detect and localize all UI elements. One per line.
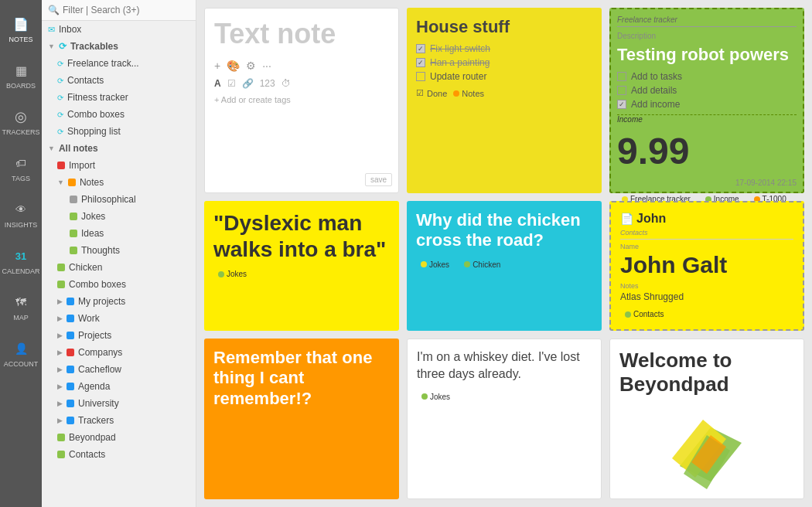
task-3-label: Add income (631, 99, 680, 110)
sidebar-item-fitness[interactable]: ⟳ Fitness tracker (42, 89, 196, 106)
save-button[interactable]: save (365, 173, 392, 186)
done-button[interactable]: ☑ Done (416, 88, 447, 98)
sidebar-search-bar[interactable]: 🔍 (42, 0, 196, 21)
john-tag-contacts[interactable]: Contacts (620, 308, 668, 320)
format-time-icon[interactable]: ⏱ (281, 78, 291, 89)
sidebar-item-notes[interactable]: ▼ Notes (42, 174, 196, 191)
format-text-icon[interactable]: A (214, 78, 221, 89)
sidebar-item-ideas[interactable]: Ideas (42, 225, 196, 242)
sidebar-item-contacts-note[interactable]: Contacts (42, 446, 196, 463)
projects-label: Projects (78, 330, 111, 341)
sidebar-item-myprojects[interactable]: ▶ My projects (42, 293, 196, 310)
trackers-sub-arrow: ▶ (57, 417, 63, 424)
nav-insights[interactable]: 👁 INSIGHTS (0, 192, 42, 238)
john-header-row: 📄 John (620, 212, 793, 226)
contacts-track-label: Contacts (67, 75, 104, 86)
projects-bullet (67, 332, 74, 339)
sidebar-item-combo[interactable]: Combo boxes (42, 276, 196, 293)
sidebar-allnotes-header[interactable]: ▼ All notes (42, 140, 196, 157)
format-num-icon[interactable]: 123 (260, 78, 275, 89)
freelance-header: Freelance tracker (617, 15, 797, 27)
card-welcome: Welcome to Beyondpad (609, 339, 804, 499)
beyondpad-bullet (57, 434, 65, 441)
welcome-title: Welcome to Beyondpad (619, 349, 794, 396)
card-whiskey: I'm on a whiskey diet. I've lost three d… (407, 339, 602, 499)
calendar-icon: 31 (12, 247, 29, 264)
house-item-2: ✓ Han a painting (416, 57, 592, 68)
house-item-2-text: Han a painting (430, 57, 490, 68)
sidebar-item-trackers-sub[interactable]: ▶ Trackers (42, 412, 196, 429)
chicken-tag-jokes[interactable]: Jokes (416, 259, 454, 271)
format-link-icon[interactable]: 🔗 (242, 78, 254, 89)
toolbar-add-icon[interactable]: + (214, 60, 220, 72)
chicken-chicken-label: Chicken (473, 260, 500, 269)
chicken-tag-chicken[interactable]: Chicken (459, 259, 505, 271)
sidebar-item-university[interactable]: ▶ University (42, 395, 196, 412)
notes-bullet (68, 179, 76, 186)
task-checkbox-1[interactable] (617, 72, 626, 81)
card-house-stuff: House stuff ✓ Fix light switch ✓ Han a p… (407, 8, 602, 193)
allnotes-arrow: ▼ (48, 145, 55, 152)
checkbox-1[interactable]: ✓ (416, 44, 425, 53)
sidebar-item-inbox[interactable]: ✉ Inbox (42, 21, 196, 38)
sidebar-item-combo-track[interactable]: ⟳ Combo boxes (42, 106, 196, 123)
nav-trackers[interactable]: ◎ TRACKERS (0, 99, 42, 145)
toolbar-settings-icon[interactable]: ⚙ (246, 60, 256, 72)
john-contacts-label: Contacts (633, 310, 664, 318)
card-remember: Remember that one thing I cant remember!… (204, 339, 399, 499)
sidebar-item-import[interactable]: Import (42, 157, 196, 174)
sidebar-item-beyondpad[interactable]: Beyondpad (42, 429, 196, 446)
search-input[interactable] (63, 5, 189, 15)
beyondpad-logo-container (619, 404, 794, 489)
add-tag-area[interactable]: + Add or create tags (214, 95, 389, 104)
whiskey-text: I'm on a whiskey diet. I've lost three d… (417, 349, 592, 383)
task-checkbox-2[interactable] (617, 86, 626, 95)
joke-tag-dot (218, 271, 224, 277)
joke-tag[interactable]: Jokes (213, 268, 251, 280)
notes-label: Notes (80, 177, 104, 188)
nav-boards[interactable]: ▦ BOARDS (0, 53, 42, 99)
companys-arrow: ▶ (57, 349, 63, 356)
task-2: Add details (617, 85, 797, 96)
nav-notes[interactable]: 📄 NOTES (0, 6, 42, 53)
name-field-label: Name (620, 243, 793, 250)
sidebar-item-contacts-track[interactable]: ⟳ Contacts (42, 72, 196, 89)
checkbox-3[interactable] (416, 72, 425, 81)
myprojects-bullet (67, 298, 74, 305)
sidebar-item-freelance[interactable]: ⟳ Freelance track... (42, 55, 196, 72)
sidebar-item-projects[interactable]: ▶ Projects (42, 327, 196, 344)
account-icon: 👤 (12, 340, 29, 357)
sidebar-item-chicken[interactable]: Chicken (42, 259, 196, 276)
combo-bullet (57, 281, 65, 288)
nav-tags-label: TAGS (12, 175, 30, 182)
chicken-jokes-dot (421, 261, 427, 267)
chicken-jokes-label: Jokes (429, 260, 449, 269)
import-bullet (57, 162, 65, 169)
icon-nav: 📄 NOTES ▦ BOARDS ◎ TRACKERS 🏷 TAGS 👁 INS… (0, 0, 42, 507)
sidebar-item-work[interactable]: ▶ Work (42, 310, 196, 327)
sidebar-item-agenda[interactable]: ▶ Agenda (42, 378, 196, 395)
nav-map[interactable]: 🗺 MAP (0, 284, 42, 331)
toolbar-more-icon[interactable]: ··· (262, 60, 271, 72)
sidebar-item-jokes[interactable]: Jokes (42, 208, 196, 225)
sidebar-item-thoughts[interactable]: Thoughts (42, 242, 196, 259)
shopping-label: Shopping list (67, 126, 121, 137)
checkbox-2[interactable]: ✓ (416, 58, 425, 67)
sidebar-item-cacheflow[interactable]: ▶ Cacheflow (42, 361, 196, 378)
john-galt-name: John Galt (620, 252, 793, 277)
nav-tags[interactable]: 🏷 TAGS (0, 145, 42, 192)
task-2-label: Add details (631, 85, 677, 96)
nav-account[interactable]: 👤 ACCOUNT (0, 331, 42, 377)
toolbar-color-icon[interactable]: 🎨 (227, 60, 240, 72)
house-footer: ☑ Done Notes (416, 88, 592, 98)
notes-tag-pill[interactable]: Notes (453, 89, 484, 98)
philosophical-bullet (70, 196, 77, 203)
sidebar-item-shopping[interactable]: ⟳ Shopping list (42, 123, 196, 140)
nav-calendar[interactable]: 31 CALENDAR (0, 238, 42, 284)
sidebar-trackables-header[interactable]: ▼ ⟳ Trackables (42, 38, 196, 55)
sidebar-item-companys[interactable]: ▶ Companys (42, 344, 196, 361)
sidebar-item-philosophical[interactable]: Philosophical (42, 191, 196, 208)
format-check-icon[interactable]: ☑ (227, 78, 236, 89)
task-checkbox-3[interactable]: ✓ (617, 100, 626, 109)
whiskey-tag-jokes[interactable]: Jokes (417, 391, 455, 403)
